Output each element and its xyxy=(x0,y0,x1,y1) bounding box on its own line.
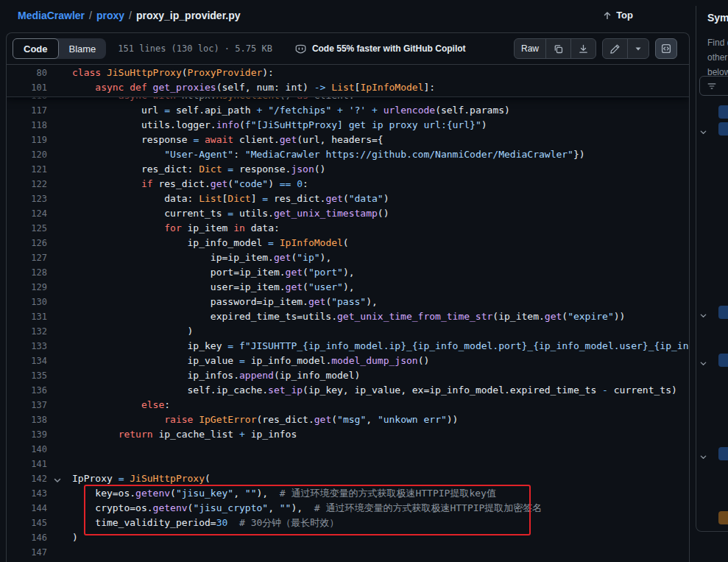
line-number[interactable]: 122 xyxy=(7,177,47,192)
copy-raw-button[interactable] xyxy=(545,39,570,58)
download-button[interactable] xyxy=(570,39,596,58)
raw-button[interactable]: Raw xyxy=(515,39,545,58)
code-text: IpProxy = JiSuHttpProxy( xyxy=(72,471,211,486)
line-number[interactable]: 80 xyxy=(7,66,47,80)
line-number[interactable]: 141 xyxy=(7,457,47,471)
line-number[interactable]: 131 xyxy=(7,309,47,324)
code-text: crypto=os.getenv("jisu_crypto", ""), # 通… xyxy=(72,501,542,516)
line-number[interactable]: 144 xyxy=(7,501,47,516)
line-number[interactable]: 120 xyxy=(7,147,47,162)
tab-blame[interactable]: Blame xyxy=(59,38,107,59)
line-number[interactable]: 145 xyxy=(7,516,47,530)
symbol-kind-icon xyxy=(718,122,728,136)
line-number[interactable]: 128 xyxy=(7,265,47,280)
line-number[interactable]: 126 xyxy=(7,236,47,250)
symbols-panel-description: Find definitions and references for func… xyxy=(707,35,728,80)
line-number[interactable]: 121 xyxy=(7,162,47,177)
symbol-kind-icon xyxy=(718,105,728,119)
line-number[interactable]: 143 xyxy=(7,486,47,501)
chevron-down-icon[interactable] xyxy=(699,126,707,139)
symbols-panel-toggle-button[interactable] xyxy=(655,38,677,59)
line-number[interactable]: 137 xyxy=(7,398,47,412)
breadcrumb-folder-link[interactable]: proxy xyxy=(96,10,124,21)
line-number[interactable]: 146 xyxy=(7,530,47,545)
code-line: 119 response = await client.get(url, hea… xyxy=(7,133,689,147)
code-lines: 116 async with httpx.AsyncClient() as cl… xyxy=(7,88,689,560)
line-number[interactable]: 139 xyxy=(7,427,47,442)
code-text: utils.logger.info(f"[JiSuHttpProxy] get … xyxy=(72,118,487,133)
line-number[interactable]: 119 xyxy=(7,133,47,147)
line-number[interactable]: 127 xyxy=(7,250,47,265)
breadcrumb: MediaCrawler/proxy/proxy_ip_provider.py xyxy=(18,10,241,21)
file-meta-info: 151 lines (130 loc) · 5.75 KB xyxy=(118,43,272,54)
code-line: 137 else: xyxy=(7,398,689,412)
symbols-filter-input[interactable] xyxy=(699,76,728,96)
chevron-down-icon[interactable] xyxy=(699,357,707,370)
download-icon xyxy=(578,43,589,55)
code-line: 135 ip_infos.append(ip_info_model) xyxy=(7,368,689,383)
breadcrumb-separator: / xyxy=(89,10,92,21)
symbol-kind-icon xyxy=(718,306,728,319)
line-number[interactable]: 132 xyxy=(7,324,47,339)
code-line: 140 xyxy=(7,442,689,457)
code-text: expired_time_ts=utils.get_unix_time_from… xyxy=(72,309,625,324)
chevron-down-icon[interactable] xyxy=(699,309,707,323)
scroll-to-top-link[interactable]: Top xyxy=(602,10,633,21)
code-text: res_dict: Dict = response.json() xyxy=(72,162,325,177)
line-number[interactable]: 130 xyxy=(7,295,47,309)
line-number[interactable]: 118 xyxy=(7,118,47,133)
line-number[interactable]: 133 xyxy=(7,339,47,354)
tab-code[interactable]: Code xyxy=(13,38,59,59)
line-number[interactable]: 142 xyxy=(7,471,47,486)
code-symbols-icon xyxy=(660,43,672,55)
line-number[interactable]: 129 xyxy=(7,280,47,295)
sticky-scope-header: 80class JiSuHttpProxy(ProxyProvider):101… xyxy=(7,65,689,97)
filter-icon xyxy=(707,81,717,91)
line-number[interactable]: 136 xyxy=(7,383,47,398)
line-number[interactable]: 125 xyxy=(7,221,47,236)
line-number[interactable]: 138 xyxy=(7,412,47,427)
breadcrumb-repo-link[interactable]: MediaCrawler xyxy=(18,10,85,21)
symbol-item[interactable] xyxy=(696,306,728,320)
code-viewer: 116 async with httpx.AsyncClient() as cl… xyxy=(7,65,689,562)
line-number[interactable]: 140 xyxy=(7,442,47,457)
caret-down-icon xyxy=(635,45,642,52)
code-line: 139 return ip_cache_list + ip_infos xyxy=(7,427,689,442)
code-text: ip=ip_item.get("ip"), xyxy=(72,250,331,265)
code-text: self.ip_cache.set_ip(ip_key, ip_value, e… xyxy=(72,383,677,398)
code-text: user=ip_item.get("user"), xyxy=(72,280,355,295)
code-line: 120 "User-Agent": "MediaCrawler https://… xyxy=(7,147,689,162)
code-text: ) xyxy=(72,530,78,545)
code-line: 124 current_ts = utils.get_unix_timestam… xyxy=(7,206,689,221)
code-text: async def get_proxies(self, num: int) ->… xyxy=(72,80,435,95)
symbol-item[interactable] xyxy=(696,447,728,462)
symbol-item[interactable] xyxy=(696,122,728,137)
line-number[interactable]: 123 xyxy=(7,192,47,206)
code-line: 136 self.ip_cache.set_ip(ip_key, ip_valu… xyxy=(7,383,689,398)
symbol-item[interactable] xyxy=(696,105,728,120)
code-line: 80class JiSuHttpProxy(ProxyProvider): xyxy=(7,66,689,80)
code-text: port=ip_item.get("port"), xyxy=(72,265,355,280)
chevron-down-icon[interactable] xyxy=(699,451,707,464)
symbol-item[interactable] xyxy=(696,354,728,368)
copilot-banner-text: Code 55% faster with GitHub Copilot xyxy=(312,43,466,54)
line-number[interactable]: 101 xyxy=(7,80,47,95)
line-number[interactable]: 135 xyxy=(7,368,47,383)
edit-file-button[interactable] xyxy=(603,39,627,58)
edit-button-group xyxy=(602,38,649,59)
code-line: 129 user=ip_item.get("user"), xyxy=(7,280,689,295)
symbol-item[interactable] xyxy=(696,511,728,526)
code-blame-switcher: Code Blame xyxy=(13,38,106,59)
code-text: password=ip_item.get("pass"), xyxy=(72,295,378,309)
edit-dropdown-button[interactable] xyxy=(627,39,649,58)
breadcrumb-filename: proxy_ip_provider.py xyxy=(136,10,241,21)
collapse-chevron-icon[interactable] xyxy=(53,474,63,483)
line-number[interactable]: 147 xyxy=(7,545,47,560)
code-line: 138 raise IpGetError(res_dict.get("msg",… xyxy=(7,412,689,427)
line-number[interactable]: 134 xyxy=(7,354,47,368)
code-line: 121 res_dict: Dict = response.json() xyxy=(7,162,689,177)
line-number[interactable]: 124 xyxy=(7,206,47,221)
copilot-banner[interactable]: Code 55% faster with GitHub Copilot xyxy=(294,43,466,55)
symbols-description-line: other symbols in this file by clicking a… xyxy=(707,50,728,65)
line-number[interactable]: 117 xyxy=(7,103,47,118)
